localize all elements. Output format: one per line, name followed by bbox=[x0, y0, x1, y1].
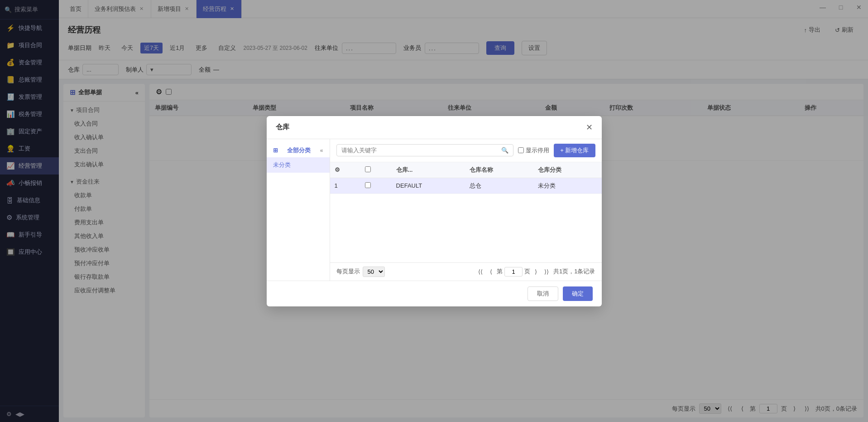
row-checkbox[interactable] bbox=[365, 182, 371, 188]
row-wh-name: 总仓 bbox=[465, 178, 533, 194]
maximize-button[interactable]: □ bbox=[832, 0, 850, 15]
dialog-pagination: ⟨⟨ ⟨ 第 页 ⟩ ⟩⟩ 共1页，1条记录 bbox=[475, 267, 595, 276]
dialog-per-page-label: 每页显示 bbox=[336, 267, 360, 276]
dialog-table-wrapper: ⚙ 仓库... 仓库名称 仓库分类 1 bbox=[330, 162, 602, 262]
dialog-cancel-button[interactable]: 取消 bbox=[528, 286, 558, 301]
dialog-page-label: 第 bbox=[497, 267, 503, 276]
dialog-body: ⊞ 全部分类 « 未分类 🔍 显示停用 bbox=[267, 139, 602, 281]
row-wh-code: DEFAULT bbox=[392, 178, 465, 194]
minimize-button[interactable]: — bbox=[814, 0, 832, 15]
dialog-all-category[interactable]: ⊞ 全部分类 « bbox=[267, 144, 330, 157]
select-all-wh[interactable] bbox=[365, 166, 371, 172]
close-button[interactable]: ✕ bbox=[850, 0, 868, 15]
dialog-overlay: 仓库 ✕ ⊞ 全部分类 « 未分类 bbox=[0, 0, 868, 422]
dialog-pagination-bar: 每页显示 50 ⟨⟨ ⟨ 第 页 ⟩ ⟩⟩ 共1页，1条记录 bbox=[330, 262, 602, 281]
dialog-next-page[interactable]: ⟩ bbox=[532, 267, 540, 276]
dialog-prev-page[interactable]: ⟨ bbox=[487, 267, 495, 276]
dialog-header: 仓库 ✕ bbox=[267, 116, 602, 139]
dialog-close-button[interactable]: ✕ bbox=[586, 122, 593, 132]
dialog-confirm-button[interactable]: 确定 bbox=[563, 286, 593, 301]
dialog-per-page-select[interactable]: 50 bbox=[363, 267, 385, 277]
dialog-first-page[interactable]: ⟨⟨ bbox=[475, 267, 485, 276]
warehouse-table: ⚙ 仓库... 仓库名称 仓库分类 1 bbox=[330, 162, 602, 194]
col-settings: ⚙ bbox=[330, 162, 360, 178]
collapse-icon: « bbox=[320, 147, 323, 154]
all-category-icon: ⊞ bbox=[273, 147, 278, 154]
warehouse-search-input[interactable] bbox=[341, 147, 499, 154]
dialog-uncategorized[interactable]: 未分类 bbox=[267, 157, 330, 173]
row-checkbox-cell bbox=[360, 178, 392, 194]
dialog-action-bar: 取消 确定 bbox=[267, 281, 602, 306]
dialog-last-page[interactable]: ⟩⟩ bbox=[542, 267, 551, 276]
uncategorized-label: 未分类 bbox=[273, 161, 291, 168]
col-checkbox bbox=[360, 162, 392, 178]
dialog-page-suffix: 页 bbox=[524, 267, 530, 276]
col-wh-name: 仓库名称 bbox=[465, 162, 533, 178]
add-warehouse-button[interactable]: + 新增仓库 bbox=[554, 144, 595, 157]
all-category-label: 全部分类 bbox=[287, 146, 311, 155]
dialog-toolbar: 🔍 显示停用 + 新增仓库 bbox=[330, 139, 602, 162]
col-wh-code: 仓库... bbox=[392, 162, 465, 178]
dialog-total-text: 共1页，1条记录 bbox=[553, 267, 595, 276]
show-disabled-label[interactable]: 显示停用 bbox=[518, 146, 549, 155]
row-wh-category: 未分类 bbox=[533, 178, 602, 194]
dialog-right-panel: 🔍 显示停用 + 新增仓库 ⚙ bbox=[330, 139, 602, 281]
dialog-search-box: 🔍 bbox=[336, 144, 514, 156]
col-wh-category: 仓库分类 bbox=[533, 162, 602, 178]
warehouse-row[interactable]: 1 DEFAULT 总仓 未分类 bbox=[330, 178, 602, 194]
dialog-category-panel: ⊞ 全部分类 « 未分类 bbox=[267, 139, 330, 281]
dialog-title: 仓库 bbox=[276, 123, 289, 131]
row-num: 1 bbox=[330, 178, 360, 194]
warehouse-dialog: 仓库 ✕ ⊞ 全部分类 « 未分类 bbox=[267, 116, 602, 306]
search-icon: 🔍 bbox=[501, 147, 508, 154]
dialog-page-input[interactable] bbox=[504, 267, 523, 276]
show-disabled-checkbox[interactable] bbox=[518, 147, 524, 153]
